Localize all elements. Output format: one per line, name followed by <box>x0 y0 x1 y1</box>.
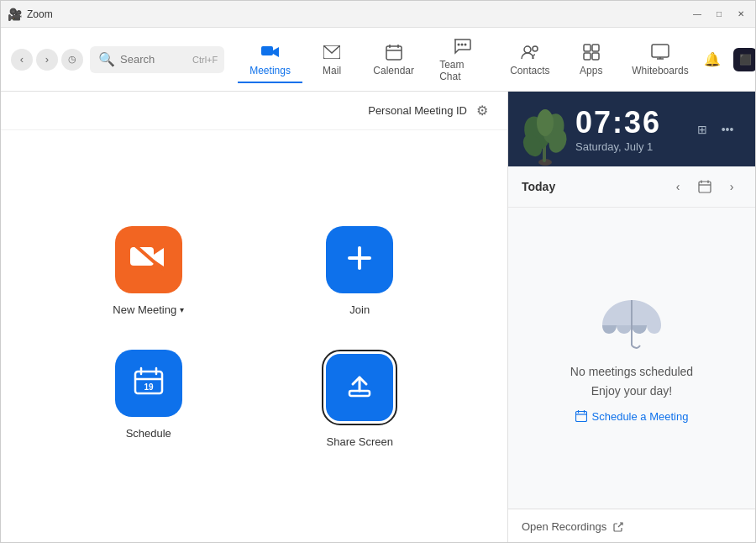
minimize-button[interactable]: — <box>690 7 705 22</box>
personal-meeting-label: Personal Meeting ID <box>368 104 467 117</box>
share-screen-label: Share Screen <box>327 435 394 448</box>
clock-content: 07:36 Saturday, July 1 <box>525 105 691 153</box>
left-panel: Personal Meeting ID ⚙ New Meeting <box>1 92 507 543</box>
bell-icon: 🔔 <box>704 51 721 67</box>
svg-rect-36 <box>699 182 711 192</box>
personal-meeting-bar: Personal Meeting ID ⚙ <box>1 92 507 130</box>
empty-state: No meetings scheduled Enjoy your day! Sc… <box>508 208 755 509</box>
svg-rect-11 <box>584 45 591 51</box>
toolbar-right: 🔔 ⬛ SD <box>700 46 756 73</box>
join-button[interactable] <box>326 226 393 293</box>
contacts-icon <box>521 43 539 61</box>
today-label: Today <box>522 180 661 193</box>
search-icon: 🔍 <box>98 51 115 67</box>
history-button[interactable]: ◷ <box>61 49 83 71</box>
svg-rect-0 <box>261 46 273 55</box>
no-meetings-text: No meetings scheduled Enjoy your day! <box>570 362 693 400</box>
dropdown-chevron: ▾ <box>180 305 184 314</box>
plus-icon <box>344 243 375 277</box>
new-meeting-item[interactable]: New Meeting ▾ <box>68 226 229 316</box>
schedule-item[interactable]: 19 Schedule <box>68 350 229 448</box>
notifications-button[interactable]: 🔔 <box>700 47 725 72</box>
clock-time: 07:36 <box>575 105 691 140</box>
clock-controls: ⊞ ••• <box>691 119 738 140</box>
team-chat-icon <box>453 37 471 55</box>
join-item[interactable]: Join <box>280 226 441 316</box>
schedule-label: Schedule <box>126 427 171 440</box>
maximize-button[interactable]: □ <box>711 7 727 22</box>
svg-point-6 <box>458 43 460 45</box>
title-bar-left: 🎥 Zoom <box>8 8 53 21</box>
upload-icon <box>344 371 375 404</box>
right-panel: 07:36 Saturday, July 1 ⊞ ••• Today ‹ <box>507 92 755 543</box>
whiteboards-icon <box>651 43 669 61</box>
tab-calendar[interactable]: Calendar <box>361 36 426 83</box>
svg-point-9 <box>524 46 531 53</box>
today-header: Today ‹ › <box>508 166 755 208</box>
tab-whiteboards[interactable]: Whiteboards <box>621 36 700 83</box>
svg-point-8 <box>465 43 467 45</box>
video-slash-icon <box>130 242 167 278</box>
svg-rect-13 <box>584 53 591 60</box>
calendar-icon <box>385 43 403 61</box>
share-screen-button[interactable] <box>326 354 393 421</box>
search-shortcut: Ctrl+F <box>192 55 218 65</box>
status-icon: ⬛ <box>739 54 752 66</box>
recordings-text: Open Recordings <box>522 520 623 533</box>
mail-icon <box>323 43 341 61</box>
schedule-a-meeting-link[interactable]: Schedule a Meeting <box>575 410 689 423</box>
search-input[interactable] <box>120 53 187 66</box>
join-label: Join <box>349 303 370 316</box>
whiteboards-label: Whiteboards <box>632 65 688 76</box>
mail-label: Mail <box>323 65 341 76</box>
svg-text:19: 19 <box>144 382 154 392</box>
custom-status-button[interactable]: ⬛ <box>733 48 756 71</box>
meetings-icon <box>261 43 280 61</box>
schedule-link-icon <box>575 410 587 422</box>
tab-mail[interactable]: Mail <box>302 36 361 83</box>
svg-point-7 <box>461 43 464 45</box>
back-button[interactable]: ‹ <box>11 49 33 71</box>
tab-contacts[interactable]: Contacts <box>498 36 562 83</box>
clock-grid-button[interactable]: ⊞ <box>691 119 713 140</box>
svg-rect-2 <box>386 46 402 60</box>
app-icon: 🎥 <box>8 8 22 21</box>
search-box[interactable]: 🔍 Ctrl+F <box>90 46 224 73</box>
share-screen-border <box>322 350 397 425</box>
tab-meetings[interactable]: Meetings <box>238 36 302 83</box>
today-next-button[interactable]: › <box>722 177 742 197</box>
clock-more-button[interactable]: ••• <box>717 119 738 140</box>
calendar-mini-button[interactable] <box>695 177 715 197</box>
svg-line-45 <box>618 523 622 527</box>
navigation-buttons: ‹ › ◷ <box>11 49 83 71</box>
open-recordings-bar[interactable]: Open Recordings <box>508 509 755 543</box>
calendar-label: Calendar <box>373 65 414 76</box>
calendar-action-icon: 19 <box>133 366 165 401</box>
app-title: Zoom <box>27 8 53 20</box>
svg-point-10 <box>533 46 538 51</box>
nav-tabs: Meetings Mail Calendar <box>238 30 700 89</box>
today-prev-button[interactable]: ‹ <box>668 177 688 197</box>
apps-label: Apps <box>580 65 602 76</box>
schedule-button[interactable]: 19 <box>115 350 182 417</box>
share-screen-item[interactable]: Share Screen <box>280 350 441 448</box>
close-button[interactable]: ✕ <box>733 7 748 22</box>
main-content: Personal Meeting ID ⚙ New Meeting <box>1 92 755 543</box>
schedule-link-text: Schedule a Meeting <box>592 410 689 423</box>
team-chat-label: Team Chat <box>439 59 485 82</box>
svg-rect-28 <box>349 391 370 396</box>
apps-icon <box>582 43 601 61</box>
meetings-label: Meetings <box>249 65 291 76</box>
svg-rect-12 <box>592 45 599 51</box>
svg-rect-14 <box>592 53 599 60</box>
new-meeting-label: New Meeting ▾ <box>113 303 184 316</box>
svg-rect-41 <box>575 412 586 422</box>
contacts-label: Contacts <box>510 65 549 76</box>
forward-button[interactable]: › <box>36 49 58 71</box>
clock-date: Saturday, July 1 <box>575 140 691 153</box>
settings-gear-button[interactable]: ⚙ <box>474 103 491 119</box>
tab-team-chat[interactable]: Team Chat <box>426 30 498 89</box>
tab-apps[interactable]: Apps <box>562 36 621 83</box>
svg-point-29 <box>538 159 552 166</box>
new-meeting-button[interactable] <box>115 226 182 293</box>
